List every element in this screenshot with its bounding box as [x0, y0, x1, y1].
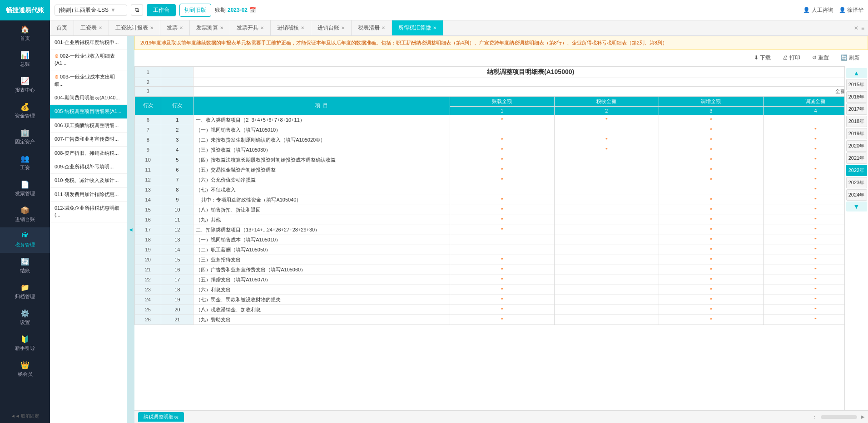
reset-button[interactable]: ↺ 重置 — [808, 53, 833, 63]
year-2022[interactable]: 2022年 — [846, 165, 867, 176]
sidebar-item-ledger[interactable]: 📊 总账 — [0, 46, 50, 72]
year-2021[interactable]: 2021年 — [846, 152, 867, 164]
sidebar-item-member[interactable]: 👑 畅会员 — [0, 356, 50, 382]
sidebar-item-reports[interactable]: 📈 报表中心 — [0, 72, 50, 98]
left-panel-item-005[interactable]: 005-纳税调整项目明细表(A1... — [50, 105, 127, 118]
sidebar-item-inventory[interactable]: 📦 进销台账 — [0, 202, 50, 227]
account-period: 账期 2023-02 📅 — [215, 6, 256, 14]
table-row: 2 — [135, 78, 868, 86]
year-2024[interactable]: 2024年 — [846, 189, 867, 201]
year-nav-down[interactable]: ▼ — [846, 202, 867, 212]
tab-close[interactable]: ✕ — [260, 25, 264, 30]
tab-inventory-audit[interactable]: 进销稽核 ✕ — [271, 20, 311, 35]
left-panel-item-010[interactable]: 010-免税、减计收入及加计... — [50, 174, 127, 187]
sidebar-item-assets[interactable]: 🏢 固定资产 — [0, 124, 50, 150]
left-panel: 001-企业所得税年度纳税申... ⊗002-一般企业收入明细表(A1... ⊗… — [50, 36, 127, 423]
sheet-toolbar: ⬇ 下载 🖨 打印 ↺ 重置 🔄 刷新 — [134, 50, 868, 66]
spreadsheet-table: 1 纳税调整项目明细表(A105000) 2 — [134, 66, 868, 325]
member-icon: 👑 — [20, 361, 30, 369]
sidebar-item-label: 资金管理 — [15, 113, 35, 119]
table-row: 1712 二、扣除类调整项目（13+14+...24+26+27+28+29+3… — [135, 225, 868, 235]
year-2018[interactable]: 2018年 — [846, 116, 867, 127]
calendar-icon[interactable]: 📅 — [249, 7, 256, 13]
left-panel-item-001[interactable]: 001-企业所得税年度纳税申... — [50, 36, 127, 49]
bottom-tab-tax-adjust[interactable]: 纳税调整明细表 — [138, 412, 184, 422]
col-a — [161, 78, 193, 86]
user-info[interactable]: 👤 徐泽华 — [839, 6, 863, 14]
tab-more[interactable]: ≡ — [861, 25, 864, 31]
table-row: 2217 （五）捐赠支出（填写A105070） * * * — [135, 275, 868, 285]
year-2016[interactable]: 2016年 — [846, 91, 867, 103]
sidebar-item-settings[interactable]: ⚙️ 设置 — [0, 305, 50, 330]
year-2020[interactable]: 2020年 — [846, 140, 867, 152]
unpin-button[interactable]: ◄◄ 取消固定 — [0, 409, 50, 423]
collapse-panel-button[interactable]: ◄ — [127, 36, 134, 423]
workbench-button[interactable]: 工作台 — [147, 4, 176, 16]
tab-close[interactable]: ✕ — [301, 25, 304, 30]
sidebar-item-tax[interactable]: 🏛 税务管理 — [0, 227, 50, 253]
sidebar-item-finance[interactable]: 💰 资金管理 — [0, 98, 50, 124]
tab-payroll[interactable]: 工资表 ✕ — [74, 20, 109, 35]
tab-close[interactable]: ✕ — [382, 25, 385, 30]
tab-close-all[interactable]: ✕ — [854, 25, 858, 31]
sidebar-item-close[interactable]: 🔄 结账 — [0, 253, 50, 279]
left-panel-item-002[interactable]: ⊗002-一般企业收入明细表(A1... — [50, 49, 127, 70]
tab-invoice-issue[interactable]: 发票开具 ✕ — [230, 20, 271, 35]
year-2017[interactable]: 2017年 — [846, 103, 867, 115]
refresh-button[interactable]: 🔄 刷新 — [837, 53, 863, 63]
download-button[interactable]: ⬇ 下载 — [750, 53, 774, 63]
ledger-icon: 📊 — [20, 51, 30, 59]
switch-old-button[interactable]: 切到旧版 — [179, 4, 211, 17]
table-row: 94 （三）投资收益（填写A105030） * * * * — [135, 145, 868, 155]
sidebar-item-label: 结账 — [20, 267, 30, 274]
left-panel-item-012[interactable]: 012-减免企业所得税优惠明细(... — [50, 202, 127, 222]
sidebar-item-payroll[interactable]: 👥 工资 — [0, 150, 50, 176]
tab-invoice-calc[interactable]: 发票测算 ✕ — [190, 20, 230, 35]
tab-home[interactable]: 首页 — [50, 20, 74, 35]
year-2019[interactable]: 2019年 — [846, 128, 867, 139]
left-panel-item-006[interactable]: 006-职工薪酬纳税调整明细... — [50, 119, 127, 133]
left-panel-item-007[interactable]: 007-广告费和业务宣传费时... — [50, 133, 127, 146]
tab-close[interactable]: ✕ — [150, 25, 154, 30]
scroll-bar-area[interactable] — [821, 415, 857, 419]
year-2015[interactable]: 2015年 — [846, 79, 867, 90]
table-row: 2621 （九）赞助支出 * * * — [135, 315, 868, 325]
sidebar-item-guide[interactable]: 🔰 新手引导 — [0, 330, 50, 356]
left-panel-item-003[interactable]: ⊗003-一般企业成本支出明细... — [50, 70, 127, 91]
bottom-strip: 纳税调整明细表 ⋮ ▶ — [134, 410, 868, 423]
tab-close[interactable]: ✕ — [341, 25, 345, 30]
home-icon: 🏠 — [20, 25, 30, 34]
left-panel-item-004[interactable]: 004-期间费用明细表(A1040... — [50, 91, 127, 105]
copy-button[interactable]: ⧉ — [131, 4, 143, 16]
support-link[interactable]: 👤 人工咨询 — [803, 6, 833, 14]
left-panel-item-009[interactable]: 009-企业所得税补亏填明... — [50, 160, 127, 174]
left-panel-item-011[interactable]: 011-研发费用加计扣除优惠... — [50, 188, 127, 202]
tab-income-tax[interactable]: 所得税汇算缴 ✕ — [392, 20, 443, 35]
sidebar-item-archive[interactable]: 📁 归档管理 — [0, 279, 50, 305]
refresh-icon: 🔄 — [841, 54, 848, 61]
scroll-left[interactable]: ⋮ — [812, 414, 817, 420]
tab-invoice[interactable]: 发票 ✕ — [160, 20, 190, 35]
tab-tax-clearance[interactable]: 税表清册 ✕ — [352, 20, 392, 35]
company-selector[interactable]: (物副) 江西股金-LSS ▼ — [55, 5, 127, 16]
table-row: 116 （五）交易性金融资产初始投资调整 * * * — [135, 165, 868, 175]
tab-inventory-ledger[interactable]: 进销台账 ✕ — [311, 20, 352, 35]
scroll-right[interactable]: ▶ — [861, 414, 864, 420]
table-row: 138 （七）不征税收入 * — [135, 185, 868, 195]
close-period-icon: 🔄 — [20, 257, 30, 266]
spreadsheet-wrapper[interactable]: 1 纳税调整项目明细表(A105000) 2 — [134, 66, 868, 411]
tab-payroll-stats[interactable]: 工资统计报表 ✕ — [109, 20, 160, 35]
print-button[interactable]: 🖨 打印 — [779, 53, 804, 63]
left-panel-item-008[interactable]: 008-资产折旧、摊销及纳税... — [50, 147, 127, 160]
tab-active-close[interactable]: ✕ — [433, 25, 436, 30]
table-row: 2015 （三）业务招待支出 * * * — [135, 255, 868, 265]
tab-close[interactable]: ✕ — [179, 25, 183, 30]
year-nav-up[interactable]: ▲ — [846, 68, 867, 78]
sidebar-item-invoice[interactable]: 📄 发票管理 — [0, 176, 50, 202]
sidebar-item-home[interactable]: 🏠 首页 — [0, 20, 50, 46]
table-row: 2318 （六）利息支出 * * * — [135, 285, 868, 295]
tab-close[interactable]: ✕ — [99, 25, 102, 30]
year-2023[interactable]: 2023年 — [846, 177, 867, 188]
tab-close[interactable]: ✕ — [220, 25, 223, 30]
tax-icon: 🏛 — [21, 232, 29, 240]
